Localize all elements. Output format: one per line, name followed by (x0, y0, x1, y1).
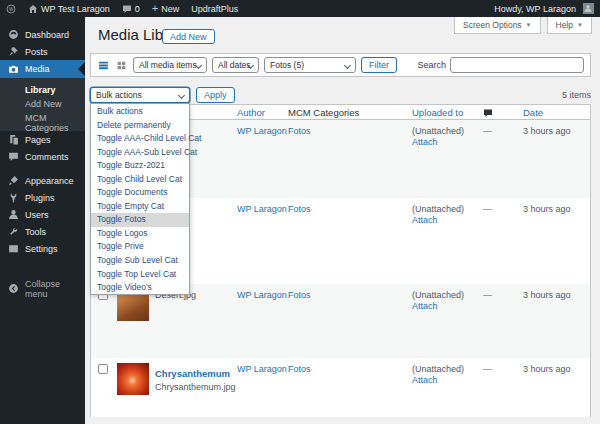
file-cell: Chrysanthemum Chrysanthemum.jpg (117, 358, 237, 417)
date-cell: 3 hours ago (523, 198, 590, 284)
category-filter-select[interactable]: Fotos (5) (264, 57, 356, 73)
new-label: New (161, 4, 179, 14)
sidebar-label: Media (25, 64, 50, 74)
sidebar-separator (0, 165, 85, 172)
plugins-icon (8, 192, 19, 203)
submenu-item-library[interactable]: Library (0, 83, 85, 97)
sidebar-item-media[interactable]: Media (0, 60, 85, 78)
attach-link[interactable]: Attach (412, 137, 438, 147)
search-input[interactable] (450, 57, 584, 73)
sidebar-item-tools[interactable]: Tools (0, 223, 85, 240)
author-link[interactable]: WP Laragon (237, 126, 287, 136)
dashboard-icon (8, 29, 19, 40)
sidebar-label: Tools (25, 227, 46, 237)
submenu-item-mcm-categories[interactable]: MCM Categories (0, 111, 85, 125)
chevron-down-icon: ▼ (526, 22, 532, 28)
sidebar-item-users[interactable]: Users (0, 206, 85, 223)
dropdown-option[interactable]: Toggle Top Level Cat (91, 268, 189, 282)
bulk-actions-value: Bulk actions (96, 90, 142, 100)
dropdown-option[interactable]: Toggle Logos (91, 227, 189, 241)
sidebar-item-settings[interactable]: Settings (0, 240, 85, 257)
dropdown-option[interactable]: Toggle Child Level Cat (91, 173, 189, 187)
dropdown-option[interactable]: Toggle Prive (91, 240, 189, 254)
header-author[interactable]: Author (237, 107, 265, 118)
uploaded-status: (Unattached) (412, 204, 464, 214)
comments-shortcut[interactable]: 0 (116, 0, 146, 17)
dropdown-option-highlighted[interactable]: Toggle Fotos (91, 213, 189, 227)
row-checkbox[interactable] (98, 364, 108, 374)
updraftplus-menu[interactable]: UpdraftPlus (185, 0, 244, 17)
comments-cell: — (483, 120, 523, 198)
screen-options-button[interactable]: Screen Options ▼ (454, 17, 541, 34)
home-icon (28, 4, 38, 14)
howdy-account-menu[interactable]: Howdy, WP Laragon (488, 3, 600, 14)
bulk-actions-select[interactable]: Bulk actions (90, 87, 190, 103)
comments-cell: — (483, 358, 523, 417)
wordpress-icon: W (6, 4, 16, 14)
collapse-menu-button[interactable]: Collapse menu (0, 280, 85, 297)
category-link[interactable]: Fotos (288, 126, 311, 136)
media-icon (8, 64, 19, 75)
avatar (583, 3, 594, 14)
sidebar-item-dashboard[interactable]: Dashboard (0, 26, 85, 43)
media-thumbnail-chrysanthemum[interactable] (117, 363, 149, 395)
dropdown-option[interactable]: Bulk actions (91, 105, 189, 119)
sidebar-item-appearance[interactable]: Appearance (0, 172, 85, 189)
sidebar-item-pages[interactable]: Pages (0, 131, 85, 148)
dropdown-option[interactable]: Toggle Buzz-2021 (91, 159, 189, 173)
add-new-button[interactable]: Add New (162, 29, 215, 44)
dropdown-option[interactable]: Toggle AAA-Child Level Cat (91, 132, 189, 146)
author-link[interactable]: WP Laragon (237, 290, 287, 300)
sidebar-item-comments[interactable]: Comments (0, 148, 85, 165)
date-cell: 3 hours ago (523, 358, 590, 417)
sidebar-label: Users (25, 210, 49, 220)
dropdown-option[interactable]: Toggle Documents (91, 186, 189, 200)
header-uploaded-to[interactable]: Uploaded to (412, 107, 463, 118)
comments-icon (8, 151, 19, 162)
uploaded-status: (Unattached) (412, 126, 464, 136)
chevron-down-icon: ▼ (577, 22, 583, 28)
apply-button[interactable]: Apply (196, 87, 235, 103)
bulk-actions-dropdown: Bulk actions Delete permanently Toggle A… (90, 103, 190, 295)
new-content-menu[interactable]: + New (146, 0, 185, 17)
site-name-menu[interactable]: WP Test Laragon (22, 0, 116, 17)
wp-logo-menu[interactable]: W (0, 0, 22, 17)
dropdown-option[interactable]: Toggle Video's (91, 281, 189, 295)
filter-button[interactable]: Filter (361, 57, 397, 73)
category-link[interactable]: Fotos (288, 364, 311, 374)
sidebar-label: Dashboard (25, 30, 69, 40)
dropdown-option[interactable]: Delete permanently (91, 119, 189, 133)
help-button[interactable]: Help ▼ (547, 17, 592, 34)
dropdown-option[interactable]: Toggle AAA-Sub Level Cat (91, 146, 189, 160)
attach-link[interactable]: Attach (412, 215, 438, 225)
posts-icon (8, 46, 19, 57)
media-type-filter-select[interactable]: All media items (133, 57, 207, 73)
comments-cell: — (483, 198, 523, 284)
list-view-button[interactable] (97, 59, 110, 72)
category-filter-value: Fotos (5) (270, 60, 304, 70)
attach-link[interactable]: Attach (412, 301, 438, 311)
submenu-item-add-new[interactable]: Add New (0, 97, 85, 111)
category-link[interactable]: Fotos (288, 290, 311, 300)
sidebar-label: Comments (25, 152, 69, 162)
header-date[interactable]: Date (523, 107, 543, 118)
collapse-label: Collapse menu (25, 279, 85, 299)
header-comments[interactable] (483, 105, 523, 119)
users-icon (8, 209, 19, 220)
svg-text:W: W (9, 6, 14, 11)
date-cell: 3 hours ago (523, 120, 590, 198)
category-link[interactable]: Fotos (288, 204, 311, 214)
media-type-filter-value: All media items (139, 60, 197, 70)
attach-link[interactable]: Attach (412, 375, 438, 385)
dropdown-option[interactable]: Toggle Sub Level Cat (91, 254, 189, 268)
sidebar-item-posts[interactable]: Posts (0, 43, 85, 60)
help-label: Help (556, 20, 573, 30)
plus-icon: + (152, 4, 158, 13)
sidebar-item-plugins[interactable]: Plugins (0, 189, 85, 206)
author-link[interactable]: WP Laragon (237, 204, 287, 214)
dropdown-option[interactable]: Toggle Empty Cat (91, 200, 189, 214)
media-title-link[interactable]: Chrysanthemum (155, 368, 230, 379)
date-filter-select[interactable]: All dates (212, 57, 259, 73)
grid-view-button[interactable] (115, 59, 128, 72)
author-link[interactable]: WP Laragon (237, 364, 287, 374)
